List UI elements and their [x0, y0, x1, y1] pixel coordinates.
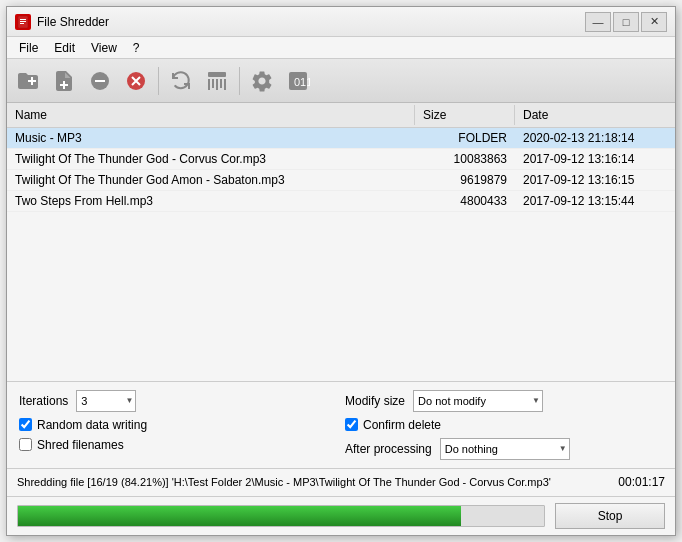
table-row[interactable]: Two Steps From Hell.mp3 4800433 2017-09-… — [7, 191, 675, 212]
shred-button[interactable] — [200, 64, 234, 98]
iterations-select[interactable]: 1 2 3 4 5 7 10 — [76, 390, 136, 412]
random-data-checkbox-label[interactable]: Random data writing — [19, 418, 147, 432]
svg-rect-3 — [20, 23, 24, 24]
status-bar: Shredding file [16/19 (84.21%)] 'H:\Test… — [7, 469, 675, 497]
file-name: Twilight Of The Thunder God Amon - Sabat… — [7, 170, 415, 190]
progress-bar-container — [17, 505, 545, 527]
refresh-button[interactable] — [164, 64, 198, 98]
settings-button[interactable] — [245, 64, 279, 98]
modify-size-select-wrapper: Do not modify Modify ▼ — [413, 390, 543, 412]
table-row[interactable]: Music - MP3 FOLDER 2020-02-13 21:18:14 — [7, 128, 675, 149]
toolbar-separator-1 — [158, 67, 159, 95]
after-processing-select[interactable]: Do nothing Shutdown Restart Hibernate — [440, 438, 570, 460]
random-data-checkbox[interactable] — [19, 418, 32, 431]
file-date: 2017-09-12 13:15:44 — [515, 191, 675, 211]
svg-rect-10 — [216, 79, 218, 90]
svg-rect-12 — [224, 79, 226, 90]
shred-filenames-checkbox[interactable] — [19, 438, 32, 451]
svg-rect-8 — [208, 79, 210, 90]
confirm-delete-checkbox[interactable] — [345, 418, 358, 431]
status-timer: 00:01:17 — [605, 475, 665, 489]
header-name: Name — [7, 105, 415, 125]
file-size: 4800433 — [415, 191, 515, 211]
modify-size-row: Modify size Do not modify Modify ▼ — [345, 390, 663, 412]
shred-filenames-row: Shred filenames — [19, 438, 337, 452]
file-date: 2017-09-12 13:16:14 — [515, 149, 675, 169]
menubar: File Edit View ? — [7, 37, 675, 59]
iterations-label: Iterations — [19, 394, 68, 408]
window-controls: — □ ✕ — [585, 12, 667, 32]
svg-rect-7 — [208, 72, 226, 77]
menu-help[interactable]: ? — [125, 39, 148, 57]
minimize-button[interactable]: — — [585, 12, 611, 32]
toolbar: 011 — [7, 59, 675, 103]
right-options: Modify size Do not modify Modify ▼ Confi… — [345, 390, 663, 460]
after-processing-row: After processing Do nothing Shutdown Res… — [345, 438, 663, 460]
add-file-button[interactable] — [47, 64, 81, 98]
progress-bar-fill — [18, 506, 461, 526]
table-row[interactable]: Twilight Of The Thunder God - Corvus Cor… — [7, 149, 675, 170]
file-date: 2020-02-13 21:18:14 — [515, 128, 675, 148]
menu-file[interactable]: File — [11, 39, 46, 57]
stop-button[interactable]: Stop — [555, 503, 665, 529]
titlebar: File Shredder — □ ✕ — [7, 7, 675, 37]
close-button[interactable]: ✕ — [641, 12, 667, 32]
iterations-row: Iterations 1 2 3 4 5 7 10 ▼ — [19, 390, 337, 412]
confirm-delete-row: Confirm delete — [345, 418, 663, 432]
modify-size-select[interactable]: Do not modify Modify — [413, 390, 543, 412]
status-text: Shredding file [16/19 (84.21%)] 'H:\Test… — [17, 475, 597, 490]
file-size: 10083863 — [415, 149, 515, 169]
menu-view[interactable]: View — [83, 39, 125, 57]
random-data-label: Random data writing — [37, 418, 147, 432]
svg-rect-1 — [20, 19, 26, 20]
shred-filenames-checkbox-label[interactable]: Shred filenames — [19, 438, 124, 452]
after-processing-label: After processing — [345, 442, 432, 456]
file-name: Music - MP3 — [7, 128, 415, 148]
app-icon — [15, 14, 31, 30]
svg-rect-2 — [20, 21, 26, 22]
app-window: File Shredder — □ ✕ File Edit View ? — [6, 6, 676, 536]
file-list-container: Name Size Date Music - MP3 FOLDER 2020-0… — [7, 103, 675, 382]
shred-filenames-label: Shred filenames — [37, 438, 124, 452]
file-name: Twilight Of The Thunder God - Corvus Cor… — [7, 149, 415, 169]
about-button[interactable]: 011 — [281, 64, 315, 98]
svg-rect-9 — [212, 79, 214, 88]
iterations-select-wrapper: 1 2 3 4 5 7 10 ▼ — [76, 390, 136, 412]
modify-size-label: Modify size — [345, 394, 405, 408]
left-options: Iterations 1 2 3 4 5 7 10 ▼ — [19, 390, 337, 460]
file-date: 2017-09-12 13:16:15 — [515, 170, 675, 190]
file-size: FOLDER — [415, 128, 515, 148]
svg-rect-11 — [220, 79, 222, 88]
header-date: Date — [515, 105, 675, 125]
menu-edit[interactable]: Edit — [46, 39, 83, 57]
file-size: 9619879 — [415, 170, 515, 190]
toolbar-separator-2 — [239, 67, 240, 95]
after-processing-select-wrapper: Do nothing Shutdown Restart Hibernate ▼ — [440, 438, 570, 460]
progress-area: Stop — [7, 497, 675, 535]
confirm-delete-checkbox-label[interactable]: Confirm delete — [345, 418, 441, 432]
file-name: Two Steps From Hell.mp3 — [7, 191, 415, 211]
maximize-button[interactable]: □ — [613, 12, 639, 32]
svg-text:011: 011 — [294, 76, 310, 88]
window-title: File Shredder — [37, 15, 585, 29]
random-data-row: Random data writing — [19, 418, 337, 432]
header-size: Size — [415, 105, 515, 125]
confirm-delete-label: Confirm delete — [363, 418, 441, 432]
file-list: Music - MP3 FOLDER 2020-02-13 21:18:14 T… — [7, 128, 675, 382]
remove-button[interactable] — [83, 64, 117, 98]
options-panel: Iterations 1 2 3 4 5 7 10 ▼ — [7, 382, 675, 469]
file-list-header: Name Size Date — [7, 103, 675, 128]
table-row[interactable]: Twilight Of The Thunder God Amon - Sabat… — [7, 170, 675, 191]
clear-button[interactable] — [119, 64, 153, 98]
svg-rect-5 — [95, 80, 105, 82]
add-folder-button[interactable] — [11, 64, 45, 98]
